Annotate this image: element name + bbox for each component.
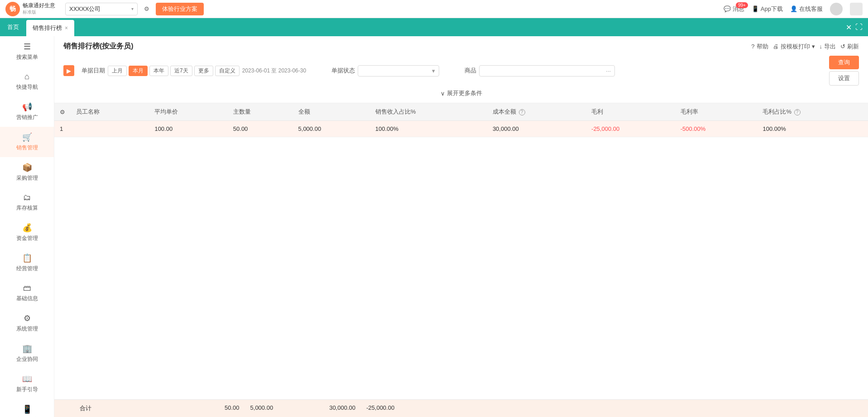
- filter-collapse-button[interactable]: ▶: [63, 65, 74, 76]
- online-service-button[interactable]: 👤 在线客服: [790, 5, 823, 13]
- export-button[interactable]: ↓ 导出: [820, 43, 836, 51]
- sidebar-item-purchase[interactable]: 📦 采购管理: [0, 157, 54, 187]
- sales-icon: 🛒: [22, 132, 32, 142]
- table-settings-icon[interactable]: ⚙: [60, 109, 65, 115]
- logo-icon: 畅: [5, 2, 20, 16]
- logo: 畅 畅康通好生意 标准版: [5, 2, 60, 16]
- cost-info-icon[interactable]: ?: [519, 109, 525, 115]
- corp-collab-icon: 🏢: [22, 344, 32, 354]
- system-icon: ⚙: [24, 313, 31, 323]
- sidebar-item-search-order[interactable]: ☰ 搜索菜单: [0, 36, 54, 67]
- expand-label: 展开更多条件: [447, 89, 482, 97]
- cell-amount: 5,000.00: [293, 121, 370, 137]
- message-button[interactable]: 💬 消息 99+: [724, 5, 744, 13]
- page-title: 销售排行榜(按业务员): [63, 42, 134, 51]
- help-button[interactable]: ? 帮助: [751, 43, 768, 51]
- col-gross: 毛利: [586, 103, 675, 121]
- col-sales-pct: 销售收入占比%: [370, 103, 487, 121]
- sidebar-item-label: 基础信息: [16, 295, 38, 302]
- page-header: 销售排行榜(按业务员) ? 帮助 🖨 按模板打印 ▾ ↓ 导出: [54, 36, 868, 103]
- sidebar-item-label: 经营管理: [16, 265, 38, 273]
- refresh-button[interactable]: ↺ 刷新: [840, 43, 859, 51]
- print-icon: 🖨: [773, 43, 779, 50]
- settings-button[interactable]: 设置: [829, 71, 859, 86]
- footer-sales-pct-empty: [278, 404, 324, 412]
- sidebar-item-label: 库存核算: [16, 204, 38, 212]
- sidebar-item-label: 新手引导: [16, 386, 38, 393]
- tabbar: 首页 销售排行榜 × ✕ ⛶: [0, 18, 868, 36]
- cell-gross-pct: 100.00%: [757, 121, 868, 137]
- sidebar-item-label: 快捷导航: [16, 83, 38, 91]
- search-order-icon: ☰: [24, 42, 31, 52]
- sidebar-item-finance[interactable]: 💰 资金管理: [0, 217, 54, 248]
- gross-pct-info-icon[interactable]: ?: [794, 109, 801, 115]
- sidebar-item-label: 搜索菜单: [16, 53, 38, 61]
- sidebar-item-system[interactable]: ⚙ 系统管理: [0, 308, 54, 338]
- col-avg-price: 平均单价: [149, 103, 227, 121]
- table-row: 1 100.00 50.00 5,000.00 100.00% 30,000.0…: [54, 121, 868, 137]
- tab-sales-ranking[interactable]: 销售排行榜 ×: [26, 20, 74, 36]
- query-button[interactable]: 查询: [829, 56, 859, 69]
- sidebar-item-marketing[interactable]: 📢 营销推广: [0, 96, 54, 127]
- table-footer: 合计 50.00 5,000.00 30,000.00 -25,000.00: [54, 399, 868, 417]
- close-window-icon[interactable]: ✕: [846, 23, 852, 32]
- col-settings[interactable]: ⚙: [54, 103, 71, 121]
- settings-icon[interactable]: ⚙: [140, 3, 153, 15]
- sidebar-item-quick-nav[interactable]: ⌂ 快捷导航: [0, 67, 54, 96]
- date-btn-current-month[interactable]: 本月: [129, 66, 148, 76]
- cell-sales-pct: 100.00%: [370, 121, 487, 137]
- tab-close-icon[interactable]: ×: [65, 25, 68, 31]
- date-btn-more[interactable]: 更多: [194, 66, 213, 76]
- date-label: 单据日期: [82, 67, 105, 75]
- export-icon: ↓: [820, 43, 823, 50]
- col-cost: 成本全额 ?: [487, 103, 586, 121]
- expand-chevron-icon: ∨: [441, 90, 445, 97]
- avatar[interactable]: [830, 3, 843, 15]
- footer-main-qty: 50.00: [219, 404, 245, 412]
- date-btn-custom[interactable]: 自定义: [215, 66, 240, 76]
- sidebar-item-operation[interactable]: 📋 经营管理: [0, 248, 54, 278]
- col-amount: 全额: [293, 103, 370, 121]
- goods-input[interactable]: ···: [479, 65, 615, 77]
- sidebar-item-guide[interactable]: 📖 新手引导: [0, 369, 54, 399]
- sidebar-item-inventory[interactable]: 🗂 库存核算: [0, 187, 54, 217]
- company-selector[interactable]: XXXXX公司 ▾: [65, 3, 138, 15]
- finance-icon: 💰: [22, 223, 32, 233]
- expand-button[interactable]: ∨ 展开更多条件: [441, 89, 482, 97]
- main-layout: ☰ 搜索菜单 ⌂ 快捷导航 📢 营销推广 🛒 销售管理 📦 采购管理 🗂 库存核…: [0, 36, 868, 417]
- sidebar-item-base-info[interactable]: 🗃 基础信息: [0, 278, 54, 308]
- table-header-row: ⚙ 员工名称 平均单价 主数量 全额 销售收入占比% 成本全额 ? 毛利: [54, 103, 868, 121]
- print-button[interactable]: 🖨 按模板打印 ▾: [773, 43, 815, 51]
- expand-row: ∨ 展开更多条件: [63, 86, 859, 99]
- maximize-icon[interactable]: ⛶: [855, 23, 863, 31]
- sidebar-item-sales[interactable]: 🛒 销售管理: [0, 127, 54, 157]
- tab-home[interactable]: 首页: [0, 18, 26, 36]
- goods-dots-icon: ···: [606, 67, 611, 74]
- cell-name: [71, 121, 149, 137]
- logo-text-block: 畅康通好生意 标准版: [23, 2, 55, 16]
- date-btn-current-year[interactable]: 本年: [149, 66, 168, 76]
- help-icon: ?: [751, 43, 754, 50]
- purchase-icon: 📦: [22, 163, 32, 173]
- message-icon: 💬: [724, 5, 731, 12]
- sidebar-item-label: 营销推广: [16, 114, 38, 121]
- footer-total-label: 合计: [74, 404, 183, 412]
- table-wrapper: ⚙ 员工名称 平均单价 主数量 全额 销售收入占比% 成本全额 ? 毛利: [54, 103, 868, 399]
- col-name: 员工名称: [71, 103, 149, 121]
- topbar-right: 💬 消息 99+ 📱 App下载 👤 在线客服: [724, 3, 863, 15]
- sidebar-item-corp-collab[interactable]: 🏢 企业协同: [0, 338, 54, 369]
- user-menu[interactable]: [850, 3, 863, 15]
- tab-label: 销售排行榜: [33, 24, 62, 32]
- app-download-button[interactable]: 📱 App下载: [752, 5, 783, 13]
- sidebar-item-label: 企业协同: [16, 355, 38, 363]
- status-select[interactable]: ▾: [358, 65, 439, 77]
- company-name: XXXXX公司: [69, 5, 129, 13]
- sidebar-item-app-center[interactable]: 📱 应用中心: [0, 399, 54, 417]
- trial-button[interactable]: 体验行业方案: [156, 3, 204, 15]
- date-btn-7days[interactable]: 近7天: [170, 66, 192, 76]
- goods-label: 商品: [465, 67, 476, 75]
- sidebar-item-label: 销售管理: [16, 144, 38, 152]
- logo-text: 畅康通好生意: [23, 2, 55, 10]
- footer-cost: 30,000.00: [324, 404, 361, 412]
- date-btn-prev-month[interactable]: 上月: [108, 66, 127, 76]
